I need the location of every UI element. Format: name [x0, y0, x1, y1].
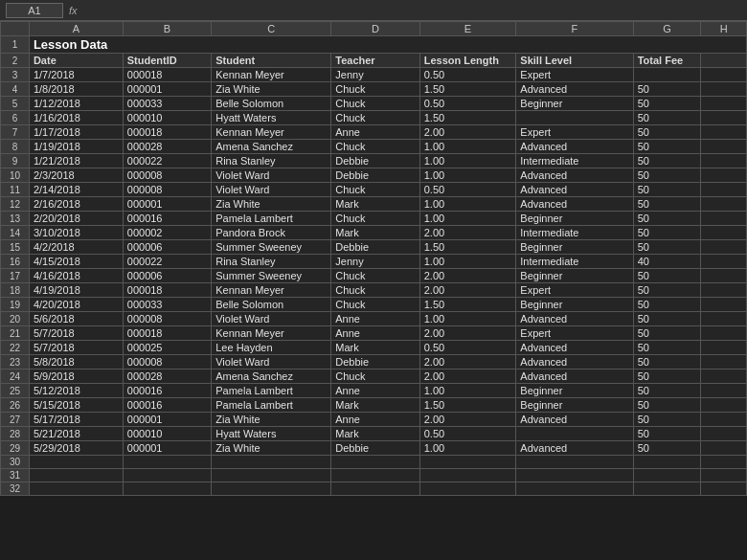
col-header-F[interactable]: F	[516, 22, 633, 36]
cell-12-E[interactable]: 1.00	[419, 197, 516, 212]
cell-25-B[interactable]: 000016	[123, 384, 211, 398]
cell-3-G[interactable]	[633, 68, 701, 82]
cell-27-E[interactable]: 2.00	[419, 413, 516, 427]
cell-4-C[interactable]: Zia White	[212, 82, 331, 97]
cell-31-C[interactable]	[212, 469, 331, 482]
cell-31-D[interactable]	[331, 469, 419, 482]
cell-13-A[interactable]: 2/20/2018	[29, 212, 123, 226]
cell-20-C[interactable]: Violet Ward	[212, 312, 331, 326]
cell-9-E[interactable]: 1.00	[419, 154, 516, 168]
cell-18-F[interactable]: Expert	[516, 283, 633, 298]
cell-30-B[interactable]	[123, 456, 211, 469]
cell-26-B[interactable]: 000016	[123, 398, 211, 413]
cell-19-H[interactable]	[701, 298, 747, 312]
cell-31-E[interactable]	[419, 469, 516, 482]
cell-26-F[interactable]: Beginner	[516, 398, 633, 413]
cell-29-A[interactable]: 5/29/2018	[29, 441, 123, 456]
cell-12-H[interactable]	[701, 197, 747, 212]
cell-28-G[interactable]: 50	[633, 427, 701, 441]
cell-6-D[interactable]: Chuck	[331, 111, 419, 125]
cell-7-A[interactable]: 1/17/2018	[29, 125, 123, 140]
cell-30-E[interactable]	[419, 456, 516, 469]
cell-7-B[interactable]: 000018	[123, 125, 211, 140]
cell-21-F[interactable]: Expert	[516, 326, 633, 341]
cell-16-B[interactable]: 000022	[123, 255, 211, 269]
cell-26-E[interactable]: 1.50	[419, 398, 516, 413]
cell-6-G[interactable]: 50	[633, 111, 701, 125]
cell-9-H[interactable]	[701, 154, 747, 168]
cell-25-A[interactable]: 5/12/2018	[29, 384, 123, 398]
cell-13-B[interactable]: 000016	[123, 212, 211, 226]
cell-2-A[interactable]: Date	[29, 54, 123, 68]
cell-8-D[interactable]: Chuck	[331, 140, 419, 154]
cell-14-C[interactable]: Pandora Brock	[212, 226, 331, 240]
cell-10-B[interactable]: 000008	[123, 168, 211, 183]
cell-17-F[interactable]: Beginner	[516, 269, 633, 283]
cell-21-A[interactable]: 5/7/2018	[29, 326, 123, 341]
cell-13-E[interactable]: 1.00	[419, 212, 516, 226]
cell-27-F[interactable]: Advanced	[516, 413, 633, 427]
cell-7-D[interactable]: Anne	[331, 125, 419, 140]
cell-8-B[interactable]: 000028	[123, 140, 211, 154]
cell-5-C[interactable]: Belle Solomon	[212, 97, 331, 111]
cell-15-D[interactable]: Debbie	[331, 240, 419, 255]
cell-13-G[interactable]: 50	[633, 212, 701, 226]
cell-25-H[interactable]	[701, 384, 747, 398]
col-header-G[interactable]: G	[633, 22, 701, 36]
cell-4-B[interactable]: 000001	[123, 82, 211, 97]
cell-22-D[interactable]: Mark	[331, 341, 419, 355]
cell-27-G[interactable]: 50	[633, 413, 701, 427]
cell-32-E[interactable]	[419, 482, 516, 496]
cell-32-H[interactable]	[701, 482, 747, 496]
cell-23-A[interactable]: 5/8/2018	[29, 355, 123, 370]
cell-17-A[interactable]: 4/16/2018	[29, 269, 123, 283]
cell-4-H[interactable]	[701, 82, 747, 97]
cell-24-C[interactable]: Amena Sanchez	[212, 370, 331, 384]
cell-5-D[interactable]: Chuck	[331, 97, 419, 111]
cell-26-D[interactable]: Mark	[331, 398, 419, 413]
cell-28-F[interactable]	[516, 427, 633, 441]
cell-7-C[interactable]: Kennan Meyer	[212, 125, 331, 140]
cell-3-F[interactable]: Expert	[516, 68, 633, 82]
cell-2-C[interactable]: Student	[212, 54, 331, 68]
cell-29-B[interactable]: 000001	[123, 441, 211, 456]
cell-3-C[interactable]: Kennan Meyer	[212, 68, 331, 82]
cell-32-F[interactable]	[516, 482, 633, 496]
col-header-E[interactable]: E	[419, 22, 516, 36]
cell-23-D[interactable]: Debbie	[331, 355, 419, 370]
cell-18-D[interactable]: Chuck	[331, 283, 419, 298]
cell-21-C[interactable]: Kennan Meyer	[212, 326, 331, 341]
cell-24-H[interactable]	[701, 370, 747, 384]
cell-14-E[interactable]: 2.00	[419, 226, 516, 240]
cell-23-E[interactable]: 2.00	[419, 355, 516, 370]
cell-11-H[interactable]	[701, 183, 747, 197]
cell-22-G[interactable]: 50	[633, 341, 701, 355]
cell-5-F[interactable]: Beginner	[516, 97, 633, 111]
cell-3-B[interactable]: 000018	[123, 68, 211, 82]
cell-7-H[interactable]	[701, 125, 747, 140]
cell-4-A[interactable]: 1/8/2018	[29, 82, 123, 97]
cell-18-G[interactable]: 50	[633, 283, 701, 298]
cell-12-C[interactable]: Zia White	[212, 197, 331, 212]
cell-29-H[interactable]	[701, 441, 747, 456]
cell-18-E[interactable]: 2.00	[419, 283, 516, 298]
cell-9-A[interactable]: 1/21/2018	[29, 154, 123, 168]
cell-32-G[interactable]	[633, 482, 701, 496]
cell-17-H[interactable]	[701, 269, 747, 283]
cell-29-F[interactable]: Advanced	[516, 441, 633, 456]
cell-7-F[interactable]: Expert	[516, 125, 633, 140]
cell-8-F[interactable]: Advanced	[516, 140, 633, 154]
cell-5-B[interactable]: 000033	[123, 97, 211, 111]
col-header-H[interactable]: H	[701, 22, 747, 36]
cell-21-B[interactable]: 000018	[123, 326, 211, 341]
cell-28-E[interactable]: 0.50	[419, 427, 516, 441]
cell-19-F[interactable]: Beginner	[516, 298, 633, 312]
cell-19-B[interactable]: 000033	[123, 298, 211, 312]
cell-2-F[interactable]: Skill Level	[516, 54, 633, 68]
cell-13-C[interactable]: Pamela Lambert	[212, 212, 331, 226]
cell-2-G[interactable]: Total Fee	[633, 54, 701, 68]
col-header-B[interactable]: B	[123, 22, 211, 36]
cell-26-G[interactable]: 50	[633, 398, 701, 413]
cell-16-F[interactable]: Intermediate	[516, 255, 633, 269]
cell-18-C[interactable]: Kennan Meyer	[212, 283, 331, 298]
